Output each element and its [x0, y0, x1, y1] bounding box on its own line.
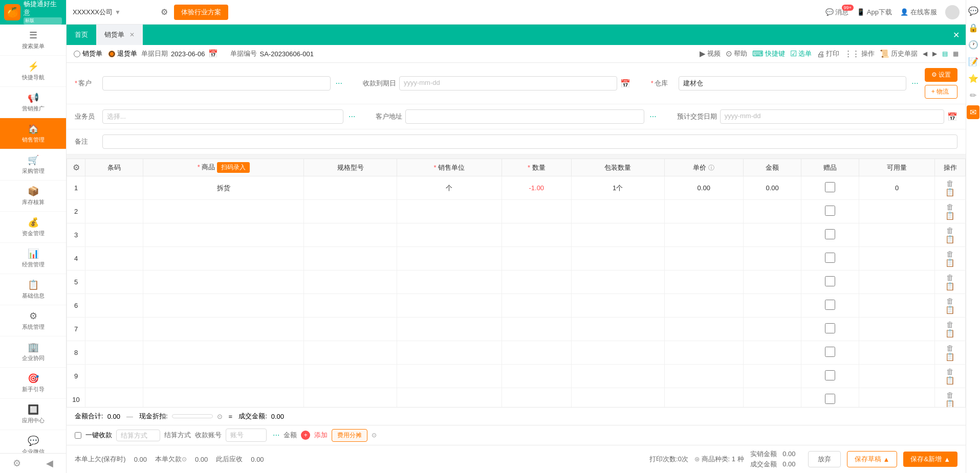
rp-chat-icon[interactable]: 💬: [968, 4, 978, 18]
print-btn[interactable]: 🖨打印: [817, 49, 839, 58]
due-help-icon[interactable]: ⊙: [182, 456, 187, 463]
app-download-btn[interactable]: 📱 App下载: [857, 8, 892, 17]
row-product[interactable]: [143, 365, 304, 388]
copy-row-icon[interactable]: 📋: [945, 376, 955, 385]
row-barcode[interactable]: [85, 200, 143, 223]
collection-cal-icon[interactable]: 📅: [620, 79, 630, 88]
rp-star-icon[interactable]: ⭐: [968, 72, 978, 85]
sidebar-item-system[interactable]: ⚙ 系统管理: [0, 305, 66, 336]
radio-sales[interactable]: 销货单: [74, 49, 102, 58]
row-unit[interactable]: [397, 294, 502, 318]
sidebar-item-sales[interactable]: 🏠 销售管理: [0, 118, 66, 149]
address-more-icon[interactable]: ···: [649, 112, 656, 121]
settings-icon[interactable]: ⚙: [13, 458, 21, 469]
rp-time-icon[interactable]: 🕐: [968, 38, 978, 52]
address-input[interactable]: [405, 109, 644, 124]
row-spec[interactable]: [304, 271, 397, 294]
row-amount[interactable]: [743, 318, 801, 341]
sidebar-item-operations[interactable]: 📊 经营管理: [0, 243, 66, 274]
sidebar-item-marketing[interactable]: 📢 营销推广: [0, 87, 66, 118]
row-pkgqty[interactable]: [571, 271, 664, 294]
row-spec[interactable]: [304, 388, 397, 408]
row-spec[interactable]: [304, 365, 397, 388]
add-payment-btn[interactable]: +: [301, 431, 310, 440]
rp-lock-icon[interactable]: 🔒: [968, 21, 978, 35]
row-barcode[interactable]: [85, 388, 143, 408]
sidebar-item-inventory[interactable]: 📦 库存核算: [0, 181, 66, 212]
row-price[interactable]: [664, 271, 743, 294]
logistics-btn[interactable]: + 物流: [925, 85, 957, 99]
row-product[interactable]: [143, 271, 304, 294]
row-qty[interactable]: [502, 388, 571, 408]
row-pkgqty[interactable]: [571, 388, 664, 408]
company-selector[interactable]: XXXXXX公司 ▼: [73, 8, 155, 17]
nav-next-btn[interactable]: ▶: [932, 50, 937, 57]
row-price[interactable]: 0.00: [664, 176, 743, 200]
delete-row-icon[interactable]: 🗑: [946, 250, 954, 258]
row-qty[interactable]: [502, 341, 571, 365]
row-gift[interactable]: [801, 176, 859, 200]
row-price[interactable]: [664, 318, 743, 341]
row-spec[interactable]: [304, 223, 397, 247]
abandon-btn[interactable]: 放弃: [808, 451, 841, 467]
calc-method-select[interactable]: 结算方式: [116, 430, 160, 441]
row-spec[interactable]: [304, 200, 397, 223]
row-pkgqty[interactable]: [571, 318, 664, 341]
row-qty[interactable]: [502, 318, 571, 341]
row-barcode[interactable]: [85, 365, 143, 388]
col-gear-header[interactable]: ⚙: [67, 159, 85, 176]
row-spec[interactable]: [304, 294, 397, 318]
video-btn[interactable]: ▶视频: [700, 49, 721, 58]
row-amount[interactable]: [743, 388, 801, 408]
delete-row-icon[interactable]: 🗑: [946, 273, 954, 282]
row-pkgqty[interactable]: [571, 223, 664, 247]
delete-row-icon[interactable]: 🗑: [946, 344, 954, 352]
one-click-checkbox[interactable]: [75, 432, 81, 439]
scan-barcode-btn[interactable]: 扫码录入: [217, 162, 250, 173]
nav-prev-btn[interactable]: ◀: [923, 50, 927, 57]
save-new-dropdown-icon[interactable]: ▲: [944, 456, 950, 463]
row-gift[interactable]: [801, 247, 859, 271]
collapse-icon[interactable]: ◀: [46, 458, 53, 469]
copy-row-icon[interactable]: 📋: [945, 211, 955, 220]
delivery-cal-icon[interactable]: 📅: [947, 112, 957, 122]
sidebar-item-finance[interactable]: 💰 资金管理: [0, 212, 66, 243]
user-avatar[interactable]: [945, 5, 960, 19]
date-cal-icon[interactable]: 📅: [208, 49, 218, 58]
row-amount[interactable]: [743, 271, 801, 294]
row-spec[interactable]: [304, 176, 397, 200]
copy-row-icon[interactable]: 📋: [945, 352, 955, 361]
cash-discount-input[interactable]: [172, 414, 213, 418]
row-amount[interactable]: [743, 365, 801, 388]
tab-close-icon[interactable]: ✕: [129, 31, 135, 38]
row-amount[interactable]: [743, 341, 801, 365]
delete-row-icon[interactable]: 🗑: [946, 297, 954, 305]
row-barcode[interactable]: [85, 176, 143, 200]
row-price[interactable]: [664, 247, 743, 271]
company-dropdown-icon[interactable]: ▼: [115, 9, 121, 16]
save-draft-dropdown-icon[interactable]: ▲: [883, 456, 890, 463]
row-amount[interactable]: [743, 223, 801, 247]
row-barcode[interactable]: [85, 294, 143, 318]
row-unit[interactable]: [397, 388, 502, 408]
sidebar-item-corp-wechat[interactable]: 💬 企业微信: [0, 430, 66, 453]
salesperson-input[interactable]: 选择...: [102, 109, 343, 124]
sidebar-item-search-order[interactable]: ☰ 搜索菜单: [0, 25, 66, 56]
row-product[interactable]: [143, 200, 304, 223]
sidebar-item-quick-nav[interactable]: ⚡ 快捷导航: [0, 56, 66, 87]
message-btn[interactable]: 💬 消息 99+: [825, 8, 848, 17]
row-pkgqty[interactable]: [571, 247, 664, 271]
row-qty[interactable]: [502, 223, 571, 247]
operate-btn[interactable]: ⋮⋮操作: [844, 49, 875, 58]
row-qty[interactable]: [502, 247, 571, 271]
salesperson-more-icon[interactable]: ···: [349, 112, 355, 121]
copy-row-icon[interactable]: 📋: [945, 188, 955, 196]
copy-row-icon[interactable]: 📋: [945, 258, 955, 267]
row-barcode[interactable]: [85, 271, 143, 294]
row-pkgqty[interactable]: 1个: [571, 176, 664, 200]
row-gift[interactable]: [801, 388, 859, 408]
row-spec[interactable]: [304, 318, 397, 341]
expense-tab-btn[interactable]: 费用分摊: [332, 429, 367, 442]
row-product[interactable]: [143, 388, 304, 408]
row-qty[interactable]: [502, 200, 571, 223]
